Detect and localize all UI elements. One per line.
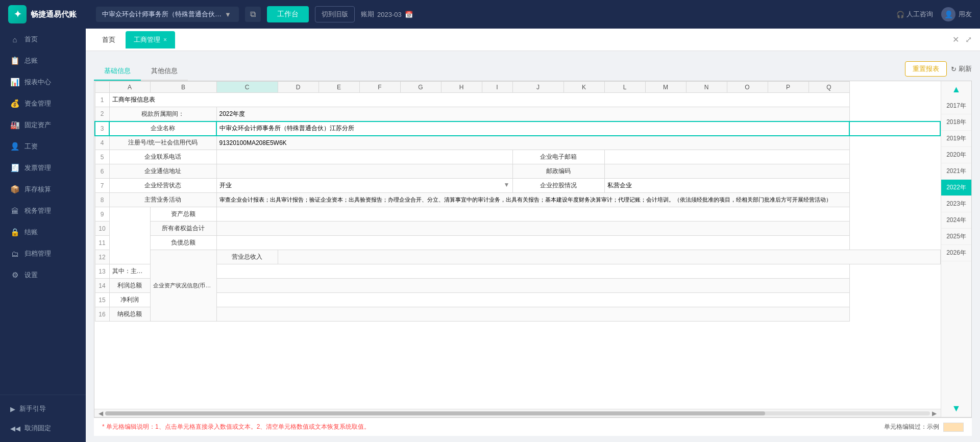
sub-tab-other[interactable]: 其他信息: [141, 62, 188, 81]
sidebar-item-finance[interactable]: 💰 资金管理: [0, 93, 86, 114]
table-row: 8 主营业务活动 审查企业会计报表；出具审计报告；验证企业资本；出具验资报告；办…: [95, 193, 940, 207]
tab-home[interactable]: 首页: [94, 31, 124, 48]
sidebar-item-report[interactable]: 📊 报表中心: [0, 71, 86, 93]
switch-version-button[interactable]: 切到旧版: [315, 6, 355, 22]
sidebar-item-archive[interactable]: 🗂 归档管理: [0, 243, 86, 264]
sidebar-label-fixed: 固定资产: [24, 120, 51, 130]
sidebar-item-settings[interactable]: ⚙ 设置: [0, 264, 86, 286]
year-item-2024[interactable]: 2024年: [941, 212, 971, 229]
row-num-9: 9: [95, 207, 109, 222]
tab-close-all-icon[interactable]: ✕: [952, 35, 959, 44]
status-label-cell: 企业经营状态: [109, 179, 216, 193]
tab-expand-icon[interactable]: ⤢: [965, 35, 972, 44]
holding-value-cell[interactable]: 私营企业: [604, 179, 849, 193]
status-dropdown-icon[interactable]: ▼: [504, 181, 510, 188]
app-name: 畅捷通易代账: [31, 10, 77, 19]
year-item-2023[interactable]: 2023年: [941, 196, 971, 212]
year-item-2026[interactable]: 2026年: [941, 245, 971, 261]
refresh-icon: ↻: [951, 65, 957, 73]
asset-value-cell[interactable]: [216, 207, 849, 222]
equity-label-cell: 所有者权益合计: [150, 222, 216, 236]
reg-value-cell[interactable]: 91320100MA208E5W6K: [216, 136, 849, 150]
sheet-title-cell[interactable]: 工商年报信息表: [109, 93, 849, 107]
year-item-2018[interactable]: 2018年: [941, 114, 971, 131]
company-name-value-cell[interactable]: 中审众环会计师事务所（特殊普通合伙）江苏分所: [216, 121, 849, 136]
company-selector[interactable]: 中审众环会计师事务所（特殊普通合伙… ▼: [96, 7, 239, 22]
biz-value-cell[interactable]: 审查企业会计报表；出具审计报告；验证企业资本；出具验资报告；办理企业合开、分立、…: [216, 193, 849, 207]
sidebar-scroll: ⌂ 首页 📋 总账 📊 报表中心 💰 资金管理 🏭 固定资产 👤 工资: [0, 29, 86, 395]
sidebar-item-inventory[interactable]: 📦 库存核算: [0, 179, 86, 200]
main-revenue-value-cell[interactable]: [216, 264, 849, 279]
tax-icon: 🏛: [10, 207, 19, 215]
sidebar-item-invoice[interactable]: 🧾 发票管理: [0, 157, 86, 179]
sheet-scroll-area[interactable]: A B C D E F G H I J: [94, 81, 941, 409]
col-header-m: M: [645, 82, 686, 93]
year-item-2020[interactable]: 2020年: [941, 147, 971, 163]
col-header-n: N: [686, 82, 727, 93]
tab-business[interactable]: 工商管理 ×: [126, 31, 175, 48]
debt-value-cell[interactable]: [216, 236, 849, 250]
calendar-icon[interactable]: 📅: [405, 11, 413, 18]
sidebar-item-fixed[interactable]: 🏭 固定资产: [0, 114, 86, 136]
email-label-cell: 企业电子邮箱: [512, 150, 604, 164]
tax-total-label-cell: 纳税总额: [109, 307, 150, 322]
sidebar-item-home[interactable]: ⌂ 首页: [0, 29, 86, 50]
year-nav-up-button[interactable]: ▲: [941, 81, 971, 98]
year-item-2019[interactable]: 2019年: [941, 131, 971, 147]
refresh-button[interactable]: ↻ 刷新: [951, 64, 972, 73]
net-profit-value-cell[interactable]: [216, 293, 849, 307]
scroll-right-icon[interactable]: ▶: [930, 410, 939, 417]
new-guide-button[interactable]: ▶ 新手引导: [0, 399, 86, 419]
sidebar-item-salary[interactable]: 👤 工资: [0, 136, 86, 157]
topbar-right: 🎧 人工咨询 👤 用友: [896, 7, 972, 21]
user-label: 用友: [959, 10, 972, 19]
email-value-cell[interactable]: [604, 150, 849, 164]
profit-value-cell[interactable]: [216, 279, 849, 293]
phone-label-cell: 企业联系电话: [109, 150, 216, 164]
year-item-2025[interactable]: 2025年: [941, 229, 971, 245]
spreadsheet[interactable]: A B C D E F G H I J: [94, 81, 941, 417]
status-value-cell[interactable]: 开业 ▼: [216, 179, 512, 193]
addr-label-cell: 企业通信地址: [109, 164, 216, 179]
scroll-left-icon[interactable]: ◀: [96, 410, 105, 417]
revenue-value-cell[interactable]: [278, 250, 940, 264]
user-menu[interactable]: 👤 用友: [941, 7, 972, 21]
horizontal-scrollbar[interactable]: ◀ ▶: [94, 409, 941, 417]
sidebar-item-close[interactable]: 🔒 结账: [0, 222, 86, 243]
equity-value-cell[interactable]: [216, 222, 849, 236]
sidebar-bottom: ▶ 新手引导 ◀◀ 取消固定: [0, 395, 86, 442]
scroll-thumb[interactable]: [105, 411, 765, 415]
sidebar-label-ledger: 总账: [24, 56, 38, 65]
sidebar-label-finance: 资金管理: [24, 99, 51, 108]
phone-value-cell[interactable]: [216, 150, 512, 164]
close-period-icon: 🔒: [10, 228, 19, 237]
reg-label-cell: 注册号/统一社会信用代码: [109, 136, 216, 150]
tax-total-value-cell[interactable]: [216, 307, 849, 322]
row-num-10: 10: [95, 222, 109, 236]
year-item-2017[interactable]: 2017年: [941, 98, 971, 114]
tab-close-icon[interactable]: ×: [163, 36, 167, 43]
copy-company-button[interactable]: ⧉: [245, 7, 261, 22]
postal-value-cell[interactable]: [604, 164, 849, 179]
sidebar-label-home: 首页: [24, 35, 38, 44]
sidebar-item-ledger[interactable]: 📋 总账: [0, 50, 86, 71]
year-nav-down-button[interactable]: ▼: [941, 400, 971, 417]
col-header-q: Q: [808, 82, 849, 93]
addr-value-cell[interactable]: [216, 164, 512, 179]
table-row: 5 企业联系电话 企业电子邮箱: [95, 150, 940, 164]
finance-icon: 💰: [10, 99, 19, 108]
year-item-2022[interactable]: 2022年: [941, 180, 971, 196]
sidebar-item-tax[interactable]: 🏛 税务管理: [0, 200, 86, 222]
year-item-2021[interactable]: 2021年: [941, 163, 971, 180]
tab-business-label: 工商管理: [134, 35, 160, 44]
ledger-icon: 📋: [10, 56, 19, 65]
table-row: 7 企业经营状态 开业 ▼ 企业控股情况 私营企业: [95, 179, 940, 193]
reset-report-button[interactable]: 重置报表: [905, 61, 947, 77]
service-button[interactable]: 🎧 人工咨询: [896, 10, 933, 19]
period-value-cell[interactable]: 2022年度: [216, 107, 849, 121]
period-area: 账期 2023-03 📅: [361, 10, 413, 19]
pin-button[interactable]: ◀◀ 取消固定: [0, 419, 86, 438]
workbench-button[interactable]: 工作台: [267, 6, 309, 22]
sub-tab-basic[interactable]: 基础信息: [94, 62, 141, 81]
scroll-track[interactable]: [105, 411, 930, 415]
